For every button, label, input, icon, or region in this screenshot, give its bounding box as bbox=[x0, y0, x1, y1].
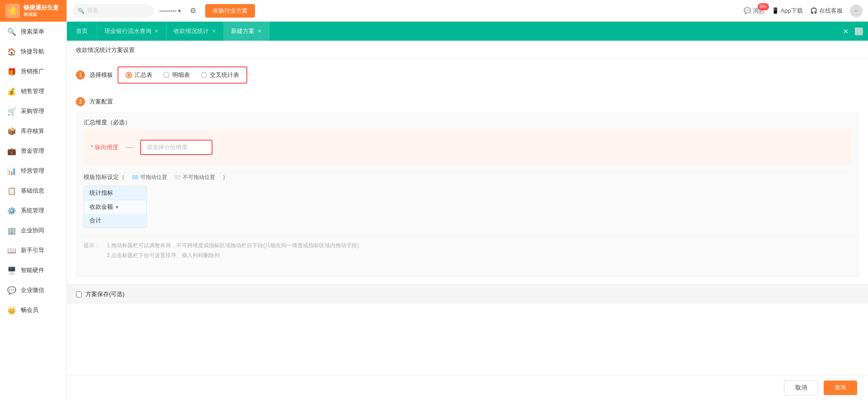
action-bar: 取消 查询 bbox=[67, 375, 868, 400]
sidebar-item-inventory[interactable]: 📦 库存核算 bbox=[0, 121, 66, 141]
online-service-button[interactable]: 🎧 在线客服 bbox=[810, 7, 843, 15]
stats-indicator-label: 统计指标 bbox=[90, 189, 113, 196]
new-plan-tab-label: 新建方案 bbox=[231, 27, 255, 35]
step2-title: 方案配置 bbox=[90, 98, 113, 106]
close-icon[interactable]: ✕ bbox=[154, 28, 159, 34]
app-download-label: App下载 bbox=[781, 7, 803, 15]
chart-icon: 📊 bbox=[7, 167, 16, 175]
close-icon[interactable]: ✕ bbox=[212, 28, 216, 34]
config-panel: 汇总维度（必选） * 纵向维度 — 请选择分组维度 bbox=[76, 113, 859, 277]
close-tab-button[interactable]: ✕ bbox=[840, 26, 851, 37]
sidebar-item-label: 资金管理 bbox=[21, 147, 44, 155]
page-footer: 方案保存(可选) bbox=[67, 284, 868, 304]
tab-cash-flow[interactable]: 现金银行流水查询 ✕ bbox=[97, 22, 166, 41]
user-avatar[interactable]: ▪▪ bbox=[850, 5, 863, 17]
tip-prefix: 提示： bbox=[84, 242, 105, 249]
monitor-icon: 🖥️ bbox=[7, 266, 16, 275]
radio-cross[interactable]: 交叉统计表 bbox=[201, 71, 239, 79]
sidebar-logo: 🌟 畅捷通好生意 标准版 bbox=[0, 0, 66, 22]
sidebar-item-label: 营销推广 bbox=[21, 67, 44, 75]
sidebar-item-label: 智能硬件 bbox=[21, 266, 44, 274]
sidebar-item-guide[interactable]: 📖 新手引导 bbox=[0, 240, 66, 260]
sidebar-item-wechat[interactable]: 💬 企业微信 bbox=[0, 280, 66, 300]
topbar-search[interactable]: 🔍 搜索 bbox=[72, 4, 154, 18]
indicator-table: 统计指标 收款金额 ▾ 合计 bbox=[84, 186, 147, 228]
sidebar-item-purchase[interactable]: 🛒 采购管理 bbox=[0, 101, 66, 121]
app-download-button[interactable]: 📱 App下载 bbox=[772, 7, 803, 15]
save-checkbox[interactable] bbox=[76, 292, 82, 297]
non-draggable-dot bbox=[175, 175, 181, 179]
indicator-header: 模板指标设定（ 可拖动位置 不可拖动位置 ） bbox=[84, 173, 851, 181]
notification-button[interactable]: 💬 消息 99+ bbox=[744, 7, 764, 15]
step1-section: 1 选择模板 汇总表 明细表 交叉统计表 bbox=[67, 59, 868, 97]
tab-collection-stat[interactable]: 收款情况统计 ✕ bbox=[166, 22, 224, 41]
amount-label: 收款金额 bbox=[90, 203, 113, 211]
radio-circle-detail bbox=[163, 72, 170, 78]
draggable-dot bbox=[132, 175, 138, 179]
sidebar-item-label: 采购管理 bbox=[21, 107, 44, 115]
settings-button[interactable]: ⚙ bbox=[186, 4, 200, 18]
tip-text-2: 2.点击标题栏下拉可设置排序、插入列和删除列 bbox=[107, 252, 220, 259]
page-content: 收款情况统计方案设置 1 选择模板 汇总表 明细表 bbox=[67, 41, 868, 375]
sidebar-item-finance[interactable]: 💼 资金管理 bbox=[0, 141, 66, 161]
indicator-table-row-total: 合计 bbox=[84, 214, 146, 227]
step2-label: 2 方案配置 bbox=[76, 97, 859, 106]
save-label: 方案保存(可选) bbox=[85, 290, 125, 298]
draggable-label: 可拖动位置 bbox=[140, 174, 167, 181]
search-icon: 🔍 bbox=[7, 28, 16, 36]
content-area: 收款情况统计方案设置 1 选择模板 汇总表 明细表 bbox=[67, 41, 868, 375]
sidebar-item-label: 企业协同 bbox=[21, 226, 44, 235]
legend-non-draggable: 不可拖动位置 bbox=[175, 174, 215, 181]
page-title: 收款情况统计方案设置 bbox=[76, 47, 135, 53]
sidebar-item-search[interactable]: 🔍 搜索菜单 bbox=[0, 22, 66, 42]
tab-new-plan[interactable]: 新建方案 ✕ bbox=[224, 22, 269, 41]
search-icon: 🔍 bbox=[78, 8, 85, 14]
online-service-label: 在线客服 bbox=[819, 7, 843, 15]
radio-summary[interactable]: 汇总表 bbox=[126, 71, 152, 79]
non-draggable-label: 不可拖动位置 bbox=[183, 174, 215, 181]
logo-badge: 标准版 bbox=[24, 11, 59, 18]
sidebar-item-marketing[interactable]: 🎁 营销推广 bbox=[0, 61, 66, 81]
dropdown-icon: ▾ bbox=[116, 204, 118, 210]
cancel-button[interactable]: 取消 bbox=[784, 380, 818, 395]
sidebar-item-enterprise[interactable]: 🏢 企业协同 bbox=[0, 221, 66, 240]
sidebar-item-member[interactable]: 👑 畅会员 bbox=[0, 300, 66, 320]
collection-stat-tab-label: 收款情况统计 bbox=[174, 27, 209, 35]
building-icon: 🏢 bbox=[7, 226, 16, 235]
template-options: 汇总表 明细表 交叉统计表 bbox=[118, 66, 247, 84]
tips-section: 提示： 1.拖动标题栏可以调整布局，不可跨维度或指标区域拖动栏目字段(只能在同一… bbox=[76, 235, 859, 269]
indicator-table-row-amount[interactable]: 收款金额 ▾ bbox=[84, 200, 146, 214]
tab-home[interactable]: 首页 bbox=[67, 22, 97, 41]
step1-label: 1 选择模板 汇总表 明细表 交叉统计表 bbox=[76, 66, 859, 84]
radio-detail[interactable]: 明细表 bbox=[163, 71, 190, 79]
step1-title: 选择模板 bbox=[90, 71, 113, 79]
sidebar-item-label: 经营管理 bbox=[21, 167, 44, 175]
book-icon: 📖 bbox=[7, 246, 16, 255]
sidebar-item-label: 快捷导航 bbox=[21, 47, 44, 56]
query-button[interactable]: 查询 bbox=[824, 381, 857, 395]
money-icon: 💰 bbox=[7, 87, 16, 96]
topbar-dropdown[interactable]: ▪▪▪▪▪▪▪▪▪ ▾ bbox=[159, 8, 181, 14]
dimension-area: * 纵向维度 — 请选择分组维度 bbox=[84, 129, 851, 165]
topbar-right: 💬 消息 99+ 📱 App下载 🎧 在线客服 ▪▪ bbox=[744, 5, 863, 17]
dropdown-text: ▪▪▪▪▪▪▪▪▪ bbox=[159, 8, 176, 14]
sidebar: 🌟 畅捷通好生意 标准版 🔍 搜索菜单 🏠 快捷导航 🎁 营销推广 💰 销售管理… bbox=[0, 0, 67, 400]
tip-prefix2 bbox=[84, 252, 105, 259]
sidebar-item-label: 基础信息 bbox=[21, 187, 44, 195]
sidebar-item-label: 搜索菜单 bbox=[21, 28, 44, 36]
sidebar-item-hardware[interactable]: 🖥️ 智能硬件 bbox=[0, 260, 66, 280]
trial-button[interactable]: 体验行业方案 bbox=[205, 4, 255, 18]
sidebar-item-quick-nav[interactable]: 🏠 快捷导航 bbox=[0, 42, 66, 61]
sidebar-item-operation[interactable]: 📊 经营管理 bbox=[0, 161, 66, 181]
dimension-header: 汇总维度（必选） bbox=[76, 113, 859, 129]
sidebar-item-system[interactable]: ⚙️ 系统管理 bbox=[0, 201, 66, 221]
maximize-button[interactable]: ⬜ bbox=[854, 26, 864, 37]
sidebar-item-sales[interactable]: 💰 销售管理 bbox=[0, 81, 66, 101]
clipboard-icon: 📋 bbox=[7, 187, 16, 195]
indicator-table-area: 统计指标 收款金额 ▾ 合计 bbox=[84, 186, 851, 228]
close-icon[interactable]: ✕ bbox=[257, 28, 262, 34]
sidebar-item-base-info[interactable]: 📋 基础信息 bbox=[0, 181, 66, 201]
home-icon: 🏠 bbox=[7, 47, 16, 56]
dim-select-box[interactable]: 请选择分组维度 bbox=[140, 140, 212, 155]
box-icon: 📦 bbox=[7, 127, 16, 136]
